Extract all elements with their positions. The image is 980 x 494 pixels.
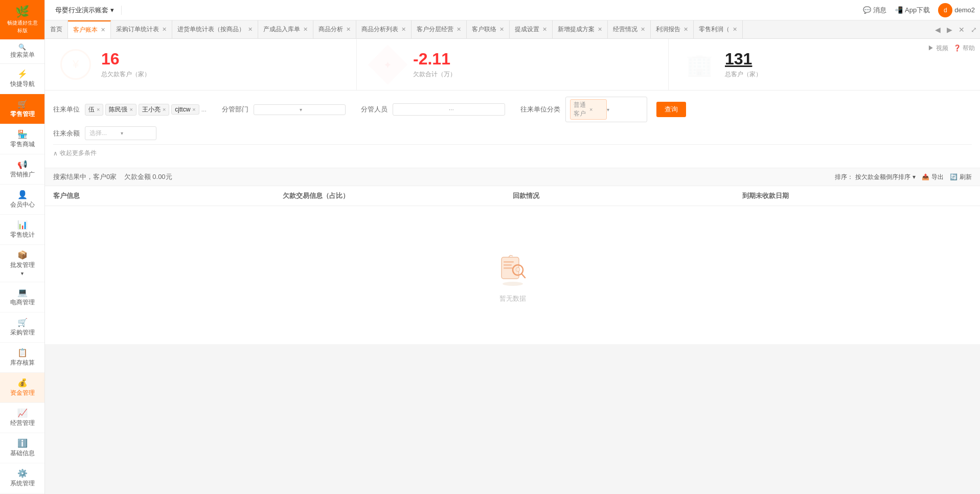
messages-btn[interactable]: 💬 消息 [863,6,886,15]
filter-tag-unit-1[interactable]: 伍 × [85,104,103,116]
stat-value-debt-customers: 16 [101,50,150,68]
tab-goods-analysis[interactable]: 商品分析 ✕ [313,20,356,39]
tab-close-all-icon[interactable]: ✕ [955,26,968,34]
sidebar-item-purchase-mgmt[interactable]: 🛒 采购管理 [0,312,44,343]
tag-text: 伍 [88,105,95,114]
person-input[interactable]: ··· [393,103,505,116]
person-label: 分管人员 [361,105,388,114]
tab-retail-profit[interactable]: 零售利润（ ✕ [694,20,743,39]
tag-close-icon[interactable]: × [97,106,100,113]
sidebar-item-label: 搜索菜单 [3,51,41,59]
tab-customer-contact[interactable]: 客户联络 ✕ [467,20,510,39]
tab-close-icon[interactable]: ✕ [641,26,645,33]
tab-close-icon[interactable]: ✕ [542,26,547,33]
tab-close-icon[interactable]: ✕ [457,26,461,33]
sidebar-item-marketing[interactable]: 📢 营销推广 [0,154,44,185]
user-name: demo2 [954,6,975,14]
balance-select[interactable]: 选择... ▾ [85,126,156,140]
logo-text: 畅捷通好生意 [5,19,39,27]
sidebar-item-quick-nav[interactable]: ⚡ 快捷导航 [0,64,44,94]
account-selector[interactable]: 母婴行业演示账套 ▾ [50,6,122,15]
sidebar-item-member-center[interactable]: 👤 会员中心 [0,185,44,215]
sidebar-item-ecommerce-mgmt[interactable]: 💻 电商管理 [0,282,44,312]
tab-inbound-stats[interactable]: 进货单统计表（按商品） ✕ [172,20,258,39]
tab-customer-tier[interactable]: 客户分层经营 ✕ [412,20,467,39]
sidebar-item-operations-mgmt[interactable]: 📈 经营管理 [0,403,44,433]
tab-close-icon[interactable]: ✕ [303,26,308,33]
tag-text: cjttcw [175,106,190,113]
tab-commission-settings-label: 提成设置 [515,25,539,34]
export-icon: 📤 [922,173,929,181]
tag-close-icon[interactable]: × [129,106,132,113]
person-more-icon[interactable]: ··· [449,106,500,113]
tab-production-inbound[interactable]: 产成品入库单 ✕ [258,20,313,39]
tab-close-icon[interactable]: ✕ [101,27,105,33]
customer-circle-icon: ¥ [73,58,79,71]
tab-new-commission-plan[interactable]: 新增提成方案 ✕ [553,20,608,39]
tab-purchase-order-stats[interactable]: 采购订单统计表 ✕ [111,20,172,39]
sidebar-item-retail-stats[interactable]: 📊 零售统计 [0,215,44,245]
tab-customer-accounts-label: 客户账本 [73,26,98,34]
sidebar-item-inventory-check[interactable]: 📋 库存核算 [0,343,44,373]
empty-illustration [492,247,533,288]
tab-close-icon[interactable]: ✕ [162,26,167,33]
refresh-btn[interactable]: 🔄 刷新 [950,173,972,182]
stat-info-debt-total: -2.11 欠款合计（万） [413,50,456,79]
sidebar-item-search-menu[interactable]: 🔍 搜索菜单 [0,39,44,64]
sidebar-item-system-mgmt[interactable]: ⚙️ 系统管理 [0,463,44,493]
stat-block-total-customers: 🏢 131 总客户（家） ▶ 视频 ❓ [669,39,980,90]
filter-tag-unit-4[interactable]: cjttcw × [171,104,199,115]
tab-prev-arrow[interactable]: ◀ [932,26,944,34]
tag-close-icon[interactable]: × [589,106,603,113]
sidebar-item-finance-mgmt[interactable]: 💰 资金管理 [0,373,44,403]
sidebar-logo[interactable]: 🌿 畅捷通好生意 标版 [0,0,44,39]
export-btn[interactable]: 📤 导出 [922,173,944,182]
system-mgmt-icon: ⚙️ [2,468,42,478]
dept-label: 分管部门 [222,105,248,114]
tab-close-icon[interactable]: ✕ [346,26,351,33]
tab-inbound-stats-label: 进货单统计表（按商品） [177,25,245,34]
query-button[interactable]: 查询 [656,102,686,117]
tab-close-icon[interactable]: ✕ [598,26,602,33]
help-btn[interactable]: ❓ 帮助 [953,44,975,53]
sidebar-item-wholesale-mgmt[interactable]: 📦 批发管理 ▼ [0,245,44,282]
collapse-more-btn[interactable]: ∧ 收起更多条件 [53,149,972,158]
tab-close-icon[interactable]: ✕ [683,26,688,33]
filter-more-btn[interactable]: ... [201,106,207,113]
tab-profit-report-label: 利润报告 [656,25,680,34]
col-overdue-date: 到期未收款日期 [742,191,972,200]
sidebar-item-retail-mall[interactable]: 🏪 零售商城 [0,124,44,154]
tab-customer-accounts[interactable]: 客户账本 ✕ [68,20,111,39]
tag-close-icon[interactable]: × [163,106,166,113]
tab-close-icon[interactable]: ✕ [248,26,253,33]
filter-tag-unit-3[interactable]: 王小亮 × [139,104,169,116]
tab-expand-icon[interactable]: ⤢ [968,26,980,34]
sidebar: 🌿 畅捷通好生意 标版 🔍 搜索菜单 ⚡ 快捷导航 🛒 零售管理 🏪 零售商城 … [0,0,45,494]
retail-mall-icon: 🏪 [2,129,42,139]
video-help-btn[interactable]: ▶ 视频 [928,44,948,53]
sidebar-item-label: 基础信息 [2,449,42,458]
tab-home[interactable]: 首页 [45,20,68,39]
sidebar-item-basic-info[interactable]: ℹ️ 基础信息 [0,433,44,463]
marketing-icon: 📢 [2,160,42,169]
app-download-btn[interactable]: 📲 App下载 [895,6,930,15]
tabs-arrows: ◀ ▶ ✕ ⤢ [932,26,980,34]
sidebar-item-retail-mgmt[interactable]: 🛒 零售管理 [0,94,44,124]
tab-close-icon[interactable]: ✕ [401,26,406,33]
tab-customer-contact-label: 客户联络 [472,25,496,34]
tab-profit-report[interactable]: 利润报告 ✕ [651,20,694,39]
tab-business-situation[interactable]: 经营情况 ✕ [608,20,651,39]
user-menu[interactable]: d demo2 [938,3,975,17]
tab-commission-settings[interactable]: 提成设置 ✕ [510,20,553,39]
dept-select[interactable]: ▾ [254,104,346,115]
tag-close-icon[interactable]: × [192,106,195,113]
tab-close-icon[interactable]: ✕ [499,26,504,33]
category-tag[interactable]: 普通客户 × [570,99,607,120]
inventory-check-icon: 📋 [2,348,42,357]
tab-close-icon[interactable]: ✕ [733,26,737,33]
tab-goods-analysis-list[interactable]: 商品分析列表 ✕ [356,20,412,39]
filter-tag-unit-2[interactable]: 陈民强 × [105,104,136,116]
tab-next-arrow[interactable]: ▶ [944,26,955,34]
category-select[interactable]: 普通客户 × ▾ [565,97,647,122]
sort-select[interactable]: 排序： 按欠款金额倒序排序 ▾ [835,173,916,182]
